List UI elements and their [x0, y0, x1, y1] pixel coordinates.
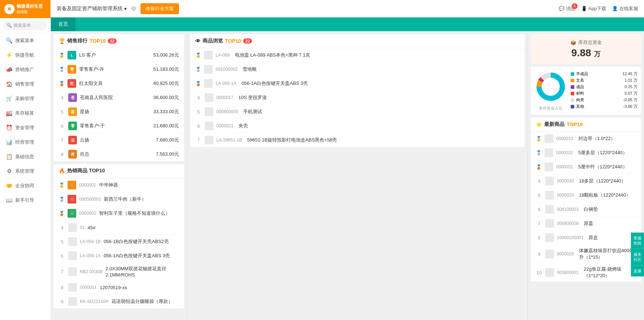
browse-product-item: 🥈 001000002 雪地靴 [190, 62, 525, 77]
rank-num: 7 [195, 138, 202, 143]
medal-icon: 🥇 [536, 136, 542, 141]
sidebar-item-finance[interactable]: ⏰资金管理 [0, 120, 50, 135]
product-code: 000800008 [557, 221, 579, 226]
topbar: 装备及固定资产辅助管理系统 ▾ ⚙ 体验行业方案 💬 消息 6 📱 App下载 … [51, 0, 644, 17]
legend-label: 其他 [576, 104, 584, 109]
newbie-icon: 📖 [6, 197, 12, 204]
legend-item: 肉类 -0.05 万 [571, 97, 637, 103]
rank-num: 6 [536, 207, 542, 212]
new-product-item: 🥈 0000032 5厘多层（1220*2440） [531, 146, 641, 160]
customer-avatar: L [68, 51, 76, 60]
product-thumbnail [545, 233, 554, 242]
sidebar-item-marketing[interactable]: 📣营销推广 [0, 62, 50, 77]
hot-product-item: 5 LA-056-1B 056-1B白色按键开关壳ABS2壳 [54, 235, 184, 249]
customer-amount: 7,680.00元 [156, 137, 179, 143]
nav-tabs: 首页 [51, 17, 644, 31]
fire-icon: 🔥 [59, 168, 65, 174]
hot-product-item: 9 KK-SD22110H 花语萌恒温分腿睡袋（厚款） [54, 295, 184, 308]
sales-ranking-title: 销售排行 [67, 38, 87, 44]
product-code: 0000017 [216, 95, 233, 100]
product-thumbnail [205, 107, 213, 116]
customer-list-item: 🥉 红 红太阳文具 40,925.00元 [54, 77, 184, 91]
sidebar-item-search[interactable]: 🔍搜索菜单 [0, 33, 50, 48]
product-code: LA-089 [216, 53, 230, 58]
logo-version: 标准版 [17, 9, 43, 15]
product-thumbnail [68, 297, 77, 306]
system-selector[interactable]: 装备及固定资产辅助管理系统 ▾ [57, 5, 127, 12]
browse-product-item: 4 0000017 10S 变扭罗浚 [190, 91, 525, 105]
product-code: 0000031 [556, 164, 573, 169]
customer-avatar: 红 [68, 79, 76, 88]
legend-value: -3.86 万 [623, 104, 637, 109]
tab-home[interactable]: 首页 [51, 17, 76, 31]
rank-num: 5 [59, 239, 65, 245]
hot-product-item: 6 LA-056-1A 056-1A白色按键开关盖ABS 3壳 [54, 249, 184, 263]
product-thumbnail [68, 251, 77, 260]
browse-products-list: 🥇 LA-089 电池盖 LA-089 ABS本色+黑种 7.1克 🥈 0010… [190, 48, 525, 147]
sidebar-item-system[interactable]: ⚙系统管理 [0, 164, 50, 179]
purchase-icon: 🛒 [6, 95, 12, 102]
customer-list-item: 🥇 L LS 客户 53,006.26元 [54, 48, 184, 62]
product-name: 智利车子里（规格不知道填什么） [99, 210, 179, 217]
sidebar-logo: 畅 畅捷通好生意 标准版 [0, 0, 50, 18]
product-code: LA-59651-1B [216, 138, 242, 143]
legend-label: 成品 [576, 84, 584, 90]
inventory-legend: 半成品 12.45 万 文具 1.01 万 成品 0.25 万 材料 0.07 … [571, 71, 637, 110]
float-btn-live[interactable]: 直播 [631, 266, 644, 276]
customer-avatar: 云 [68, 136, 77, 144]
browse-product-item: 6 0000021 夹壳 [190, 119, 525, 133]
medal-icon: 🥉 [536, 164, 542, 170]
customer-list-item: 5 星 星扬 33,333.00元 [54, 105, 184, 119]
sidebar-label-system: 系统管理 [15, 168, 34, 175]
float-btn-hotline[interactable]: 客服热线 [631, 233, 644, 249]
trophy-icon: 🏆 [59, 38, 65, 44]
chevron-down-icon: ▾ [124, 6, 127, 12]
inventory-icon: 🏭 [6, 110, 12, 116]
customer-list-item: 8 肖 肖总 7,563.00元 [54, 147, 184, 161]
rank-num: 8 [536, 235, 542, 241]
system-name: 装备及固定资产辅助管理系统 [57, 5, 123, 12]
sidebar-item-shortcut[interactable]: ⚡快捷导航 [0, 48, 50, 62]
sales-icon: 🏠 [6, 81, 12, 87]
sidebar-item-enterprise[interactable]: 🤝企业协同 [0, 179, 50, 193]
hot-products-header: 🔥 热销商品 TOP10 [54, 164, 184, 178]
customer-name: 肖总 [80, 151, 153, 157]
product-name: 59651-1B旋转投影灯电池盒ABS黑色+58壳 [247, 137, 519, 143]
product-name: 手机测试 [243, 108, 519, 115]
settings-icon[interactable]: ⚙ [131, 5, 136, 12]
rank-num: 4 [195, 95, 202, 100]
sidebar-item-operation[interactable]: 📊经营管理 [0, 135, 50, 149]
sidebar-item-sales[interactable]: 🏠销售管理 [0, 77, 50, 91]
customer-avatar: 苍 [68, 93, 77, 102]
topbar-right: 💬 消息 6 📱 App下载 👤 在线客服 [559, 5, 638, 12]
search-icon: 🔍 [7, 23, 12, 28]
donut-chart [534, 70, 567, 103]
hot-products-card: 🔥 热销商品 TOP10 🥇 🖼 0000001 中华神器 🥈 🖼 000500… [54, 164, 184, 308]
sales-ranking-card: 🏆 销售排行 TOP10 22 🥇 L LS 客户 53,006.26元 🥈 零… [54, 34, 184, 161]
sidebar-item-purchase[interactable]: 🛒采购管理 [0, 91, 50, 106]
legend-label: 肉类 [576, 97, 584, 103]
customer-name: 零售客户-许 [79, 66, 150, 73]
trial-button[interactable]: 体验行业方案 [140, 3, 179, 14]
legend-label: 半成品 [576, 71, 588, 77]
app-download-btn[interactable]: 📱 App下载 [581, 5, 606, 12]
online-service-btn[interactable]: 👤 在线客服 [612, 5, 638, 12]
inventory-value: 9.88 [571, 47, 591, 58]
product-thumbnail [204, 51, 213, 60]
product-thumbnail [545, 205, 554, 214]
hot-products-list: 🥇 🖼 0000001 中华神器 🥈 🖼 000500001 新西兰牛肉（新牛）… [54, 178, 184, 308]
sidebar-item-inventory[interactable]: 🏭库存核算 [0, 106, 50, 120]
messages-btn[interactable]: 💬 消息 6 [559, 5, 575, 12]
float-btn-community[interactable]: 服务社区 [631, 249, 644, 266]
hot-product-item: 8 0000011 12070519-xs [54, 280, 184, 295]
sidebar-search-area[interactable]: 🔍 搜索菜单 [0, 18, 50, 33]
product-name: 夹壳 [239, 123, 519, 129]
customer-amount: 36,600.00元 [153, 94, 179, 101]
content: 🏆 销售排行 TOP10 22 🥇 L LS 客户 53,006.26元 🥈 零… [51, 31, 644, 320]
product-name: 原盖 [584, 220, 636, 227]
search-menu-btn[interactable]: 🔍 搜索菜单 [4, 21, 47, 30]
sidebar-item-newbie[interactable]: 📖新手引导 [0, 193, 50, 208]
sidebar-item-basic[interactable]: 📋基础信息 [0, 149, 50, 164]
product-thumbnail [68, 223, 77, 232]
shortcut-icon: ⚡ [6, 52, 12, 58]
